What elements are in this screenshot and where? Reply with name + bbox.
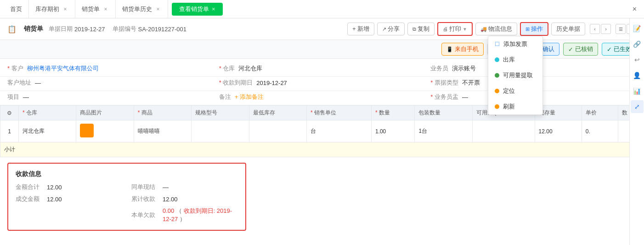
- note-label: 备注: [219, 93, 231, 101]
- window-close-button[interactable]: ×: [629, 3, 640, 15]
- tab-close-inventory-init[interactable]: ×: [62, 6, 68, 12]
- sidebar-user-icon[interactable]: 👤: [631, 69, 644, 82]
- staff-value: 演示账号: [452, 64, 476, 73]
- number-label: 单据编号: [113, 25, 136, 33]
- payment-date-value: 2019-12-27: [256, 80, 287, 86]
- row-price: 0.: [582, 120, 618, 142]
- address-label: 客户地址: [7, 79, 31, 87]
- prev-arrow[interactable]: ‹: [590, 24, 600, 34]
- form-section-2: 客户地址 — 收款到期日 2019-12-27 票据类型 不开票: [0, 77, 644, 91]
- new-button[interactable]: + 新增: [347, 23, 374, 35]
- tab-inventory-init[interactable]: 库存期初 ×: [29, 0, 75, 18]
- dropdown-outbound[interactable]: 出库: [488, 52, 542, 68]
- salesperson-value: —: [462, 94, 468, 101]
- row-index: 1: [0, 120, 19, 142]
- col-unit: 销售单位: [307, 106, 372, 120]
- warehouse-label: 仓库: [219, 64, 235, 73]
- table-header-row: ⚙ 仓库 商品图片 商品 规格型号 最低库存 销售单位 数量 包装数量 可用量 …: [0, 106, 644, 120]
- sidebar-edit-icon[interactable]: 📝: [631, 22, 644, 35]
- tab-sales-order[interactable]: 销货单 ×: [75, 0, 116, 18]
- transaction-label: 成交金额: [16, 195, 43, 203]
- add-note-btn[interactable]: + 添加备注: [235, 93, 264, 101]
- dropdown-available-qty[interactable]: 可用量提取: [488, 68, 542, 83]
- row-available: [472, 120, 535, 142]
- summary-grid: 金额合计 12.00 成交金额 12.00 同单现结 —: [16, 183, 238, 223]
- date-label: 单据日期: [49, 25, 73, 33]
- customer-value[interactable]: 柳州粤港平安气体有限公司: [27, 64, 99, 73]
- number-value: SA-20191227-001: [138, 26, 187, 33]
- current-arrears-label: 本单欠款: [131, 211, 159, 219]
- row-min-stock: [249, 120, 306, 142]
- tab-sales-history[interactable]: 销货单历史 ×: [116, 0, 168, 18]
- total-amount-label: 金额合计: [16, 183, 43, 191]
- doc-actions: + 新增 ↗ 分享 ⧉ 复制 🖨 打印 ▼: [347, 22, 637, 36]
- doc-header: 📋 销货单 单据日期 2019-12-27 单据编号 SA-20191227-0…: [0, 18, 644, 40]
- same-order-label: 同单现结: [131, 183, 159, 191]
- tab-home[interactable]: 首页: [4, 0, 29, 18]
- row-warehouse: 河北仓库: [19, 120, 76, 142]
- sidebar-return-icon[interactable]: ↩: [631, 53, 644, 66]
- col-spec: 规格型号: [192, 106, 249, 120]
- current-arrears-value: 0.00 （ 收款到期日: 2019-12-27 ）: [163, 207, 238, 223]
- subtotal-row: 小计: [0, 142, 644, 157]
- col-pack-qty: 包装数量: [415, 106, 472, 120]
- warehouse-field: 仓库 河北仓库: [219, 64, 425, 73]
- next-arrow[interactable]: ›: [601, 24, 611, 34]
- row-spec: [192, 120, 249, 142]
- col-product: 商品: [134, 106, 191, 120]
- dropdown-add-invoice[interactable]: ☐ 添加发票: [488, 36, 542, 52]
- sidebar-link-icon[interactable]: 🔗: [631, 38, 644, 51]
- dropdown-menu: ☐ 添加发票 出库 可用量提取 定位 刷新: [488, 36, 543, 115]
- table-row: 1 河北仓库 嘻嘻嘻嘻 台 1.00 1台 12: [0, 120, 644, 142]
- nav-arrows: ‹ ›: [590, 24, 611, 34]
- tab-close-view-sales[interactable]: ×: [212, 6, 215, 12]
- transaction-row: 成交金额 12.00: [16, 195, 122, 203]
- col-price: 单价: [582, 106, 618, 120]
- share-button[interactable]: ↗ 分享: [377, 23, 405, 35]
- warehouse-value: 河北仓库: [238, 64, 262, 73]
- tab-close-sales-order[interactable]: ×: [102, 6, 109, 12]
- col-settings[interactable]: ⚙: [0, 106, 19, 120]
- total-amount-row: 金额合计 12.00: [16, 183, 122, 191]
- operate-button[interactable]: ⊞ 操作: [520, 22, 548, 36]
- status-bar: 📱 来自手机 未开票 ✓ 已确认 ✓ 已核销 ✓ 已生效: [0, 40, 644, 59]
- copy-button[interactable]: ⧉ 复制: [407, 23, 435, 35]
- total-amount-value: 12.00: [47, 184, 62, 191]
- salesperson-label: 业务员盂: [430, 93, 458, 101]
- sidebar-expand-icon[interactable]: ⤢: [631, 100, 644, 113]
- payment-date-label: 收款到期日: [219, 79, 253, 87]
- summary-title: 收款信息: [16, 170, 238, 178]
- accumulated-value: 12.00: [163, 196, 178, 203]
- tab-view-sales[interactable]: 查看销货单 ×: [172, 3, 223, 16]
- payment-date-field: 收款到期日 2019-12-27: [219, 79, 425, 87]
- layout-list[interactable]: ☰: [616, 24, 626, 34]
- col-quantity: 数量: [371, 106, 415, 120]
- transaction-value: 12.00: [47, 196, 62, 203]
- print-button[interactable]: 🖨 打印 ▼: [437, 22, 473, 36]
- sidebar-chart-icon[interactable]: 📊: [631, 85, 644, 97]
- row-product: 嘻嘻嘻嘻: [134, 120, 191, 142]
- verified-btn[interactable]: ✓ 已核销: [563, 43, 598, 56]
- same-order-row: 同单现结 —: [131, 183, 238, 191]
- ticket-type-value: 不开票: [462, 79, 480, 87]
- logistics-button[interactable]: 🚚 物流信息: [475, 23, 517, 35]
- project-field: 项目 —: [7, 93, 214, 101]
- form-section-3: 项目 — 备注 + 添加备注 业务员盂 —: [0, 91, 644, 105]
- history-button[interactable]: 历史单据: [551, 23, 585, 35]
- doc-icon: 📋: [7, 25, 17, 34]
- summary-section: 收款信息 金额合计 12.00 成交金额 12.00: [7, 163, 246, 231]
- date-value: 2019-12-27: [74, 26, 105, 33]
- project-label: 项目: [7, 93, 19, 101]
- accumulated-row: 累计收款 12.00: [131, 195, 238, 203]
- doc-type-label: 销货单: [24, 25, 43, 33]
- col-min-stock: 最低库存: [249, 106, 306, 120]
- from-mobile-btn[interactable]: 📱 来自手机: [441, 43, 484, 56]
- current-arrears-row: 本单欠款 0.00 （ 收款到期日: 2019-12-27 ）: [131, 207, 238, 223]
- table-container: ⚙ 仓库 商品图片 商品 规格型号 最低库存 销售单位 数量 包装数量 可用量 …: [0, 105, 644, 157]
- tab-close-sales-history[interactable]: ×: [155, 6, 161, 12]
- dropdown-locate[interactable]: 定位: [488, 83, 542, 99]
- tab-bar: 首页 库存期初 × 销货单 × 销货单历史 × 查看销货单 × ×: [0, 0, 644, 18]
- dropdown-refresh[interactable]: 刷新: [488, 99, 542, 114]
- address-field: 客户地址 —: [7, 79, 214, 87]
- products-table: ⚙ 仓库 商品图片 商品 规格型号 最低库存 销售单位 数量 包装数量 可用量 …: [0, 105, 644, 157]
